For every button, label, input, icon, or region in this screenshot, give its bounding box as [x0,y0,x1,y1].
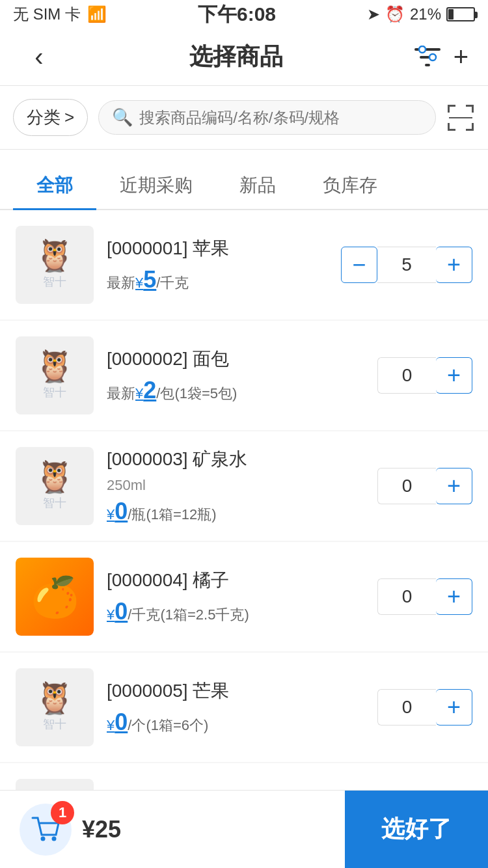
product-image-p4: 🍊 [16,558,94,636]
cart-icon-wrap[interactable]: 1 [20,804,72,856]
status-left: 无 SIM 卡 📶 [13,4,107,25]
scan-button[interactable] [446,103,475,132]
product-name: [0000001] 苹果 [107,236,328,261]
price-unit: /千克 [156,273,189,293]
wifi-icon: 📶 [87,5,107,23]
owl-icon: 🦉 [35,683,74,714]
category-button[interactable]: 分类 > [13,99,88,136]
qty-input[interactable] [377,468,436,504]
nav-bar: ‹ 选择商品 + [0,29,488,86]
table-row: 🍊 [0000004] 橘子 ¥ 0 /千克(1箱=2.5千克) + [0,542,488,651]
owl-placeholder: 🦉 智十 [16,226,94,304]
product-image-p5: 🦉 智十 [16,668,94,746]
cart-section: 1 ¥25 [0,804,345,856]
price-currency: ¥ [107,606,115,623]
carrier-text: 无 SIM 卡 [13,4,81,25]
price-unit: /个(1箱=6个) [128,716,208,735]
qty-control-p5: + [377,689,472,726]
page-title: 选择商品 [189,41,283,73]
price-value: 0 [115,709,128,736]
nav-actions: + [414,42,468,72]
product-info-p5: [0000005] 芒果 ¥ 0 /个(1箱=6个) [107,679,364,736]
price-label: 最新 [107,384,135,403]
table-row: 🦉 智十 [0000003] 矿泉水 250ml ¥ 0 /瓶(1箱=12瓶) … [0,431,488,541]
product-name: [0000005] 芒果 [107,679,364,703]
svg-point-15 [52,836,57,841]
brand-text: 智十 [43,274,66,290]
price-currency: ¥ [107,506,115,523]
qty-control-p1: − + [341,247,472,283]
filter-button[interactable] [414,46,441,69]
svg-rect-2 [425,64,430,66]
price-value: 2 [143,377,156,404]
search-input[interactable] [139,109,422,127]
price-value: 0 [115,498,128,525]
price-label: 最新 [107,273,135,293]
product-info-p2: [0000002] 面包 最新 ¥ 2 /包(1袋=5包) [107,347,364,404]
orange-image: 🍊 [16,558,94,636]
svg-rect-6 [448,105,450,113]
qty-input[interactable] [377,247,436,283]
owl-placeholder: 🦉 智十 [16,447,94,525]
qty-plus-button[interactable]: + [436,468,472,504]
table-row: 🦉 智十 [0000005] 芒果 ¥ 0 /个(1箱=6个) + [0,653,488,762]
owl-icon: 🦉 [35,351,74,382]
status-bar: 无 SIM 卡 📶 下午6:08 ➤ ⏰ 21% [0,0,488,29]
product-list: 🦉 智十 [0000001] 苹果 最新 ¥ 5 /千克 − + 🦉 智十 [0,210,488,868]
qty-control-p4: + [377,578,472,615]
back-button[interactable]: ‹ [20,38,59,77]
tab-bar: 全部 近期采购 新品 负库存 [0,150,488,210]
price-value: 5 [143,266,156,293]
table-row: 🦉 智十 [0000002] 面包 最新 ¥ 2 /包(1袋=5包) + [0,321,488,430]
status-right: ➤ ⏰ 21% [367,5,475,23]
qty-plus-button[interactable]: + [436,578,472,615]
qty-input[interactable] [377,578,436,615]
add-button[interactable]: + [454,42,468,72]
category-chevron-icon: > [64,107,74,128]
qty-control-p3: + [377,468,472,504]
product-price: ¥ 0 /个(1箱=6个) [107,709,364,736]
product-spec: 250ml [107,477,364,494]
confirm-button[interactable]: 选好了 [345,791,488,869]
search-icon: 🔍 [112,107,133,128]
product-info-p4: [0000004] 橘子 ¥ 0 /千克(1箱=2.5千克) [107,568,364,625]
tab-new[interactable]: 新品 [216,163,299,210]
product-image-p3: 🦉 智十 [16,447,94,525]
qty-input[interactable] [377,357,436,394]
category-label: 分类 [27,106,61,129]
owl-icon: 🦉 [35,461,74,493]
tab-all[interactable]: 全部 [13,163,96,210]
product-price: ¥ 0 /千克(1箱=2.5千克) [107,598,364,625]
product-info-p1: [0000001] 苹果 最新 ¥ 5 /千克 [107,236,328,293]
tab-recent[interactable]: 近期采购 [96,163,216,210]
owl-placeholder: 🦉 智十 [16,668,94,746]
price-unit: /包(1袋=5包) [156,384,237,403]
svg-point-14 [41,836,46,841]
cart-total: ¥25 [82,816,121,843]
svg-point-4 [429,54,436,61]
qty-control-p2: + [377,357,472,394]
product-info-p3: [0000003] 矿泉水 250ml ¥ 0 /瓶(1箱=12瓶) [107,447,364,525]
search-input-wrap: 🔍 [98,100,436,135]
location-icon: ➤ [367,5,380,23]
price-value: 0 [115,598,128,625]
price-unit: /瓶(1箱=12瓶) [128,505,216,524]
qty-plus-button[interactable]: + [436,357,472,394]
qty-input[interactable] [377,689,436,726]
svg-rect-12 [472,123,474,131]
qty-minus-button[interactable]: − [341,247,377,283]
search-bar: 分类 > 🔍 [0,86,488,150]
battery-icon [446,7,475,21]
status-time: 下午6:08 [198,1,276,28]
qty-plus-button[interactable]: + [436,689,472,726]
table-row: 🦉 智十 [0000001] 苹果 最新 ¥ 5 /千克 − + [0,210,488,319]
qty-plus-button[interactable]: + [436,247,472,283]
product-image-p2: 🦉 智十 [16,336,94,414]
product-name: [0000003] 矿泉水 [107,447,364,472]
price-currency: ¥ [135,275,143,292]
battery-percent: 21% [410,5,441,23]
tab-negative[interactable]: 负库存 [299,163,401,210]
svg-rect-8 [472,105,474,113]
brand-text: 智十 [43,495,66,511]
product-name: [0000002] 面包 [107,347,364,372]
